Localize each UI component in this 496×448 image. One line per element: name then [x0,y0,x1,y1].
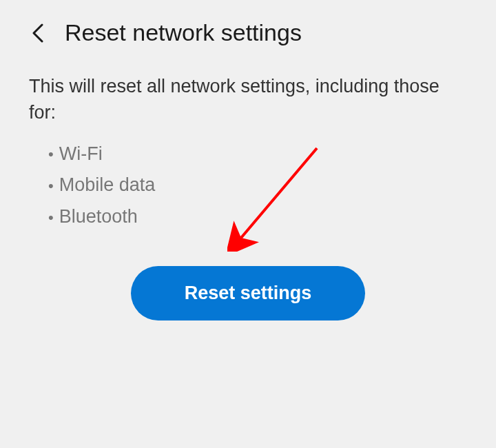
back-icon[interactable] [28,23,48,43]
content: This will reset all network settings, in… [0,60,496,320]
settings-list: • Wi-Fi • Mobile data • Bluetooth [29,139,467,234]
list-item: • Mobile data [48,170,467,201]
bullet-icon: • [48,173,54,198]
chevron-left-icon [32,23,44,43]
bullet-icon: • [48,141,54,167]
description-text: This will reset all network settings, in… [29,74,467,126]
header: Reset network settings [0,0,496,60]
list-item: • Wi-Fi [48,139,467,170]
list-item-label: Wi-Fi [59,139,103,170]
list-item-label: Mobile data [59,170,156,201]
list-item: • Bluetooth [48,201,467,233]
bullet-icon: • [48,205,54,230]
list-item-label: Bluetooth [59,201,138,233]
button-container: Reset settings [29,266,467,320]
page-title: Reset network settings [65,19,302,46]
reset-settings-button[interactable]: Reset settings [131,266,366,320]
